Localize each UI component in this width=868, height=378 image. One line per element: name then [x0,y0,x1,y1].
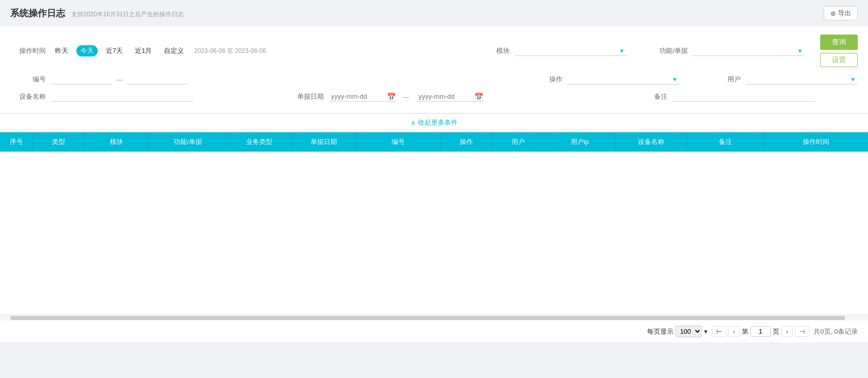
col-user-ip: 用户ip [544,132,615,152]
col-operation: 操作 [440,132,492,152]
function-label: 功能/单据 [647,46,688,55]
col-remark: 备注 [687,132,765,152]
col-biz-type: 业务类型 [227,132,291,152]
page-subtitle: 支持2020年10月31日之后产生的操作日志 [71,10,184,19]
col-number: 编号 [356,132,440,152]
module-select[interactable] [515,46,627,55]
time-opt-7days[interactable]: 近7天 [102,45,127,56]
next-page-button[interactable]: › [781,326,793,337]
number-label: 编号 [10,75,46,84]
operation-select-wrapper[interactable]: ▼ [568,74,680,84]
table-section: 序号 类型 模块 功能/单据 业务类型 单据日期 编号 操作 用户 用户ip 设… [0,132,868,314]
date-end-wrap: 📅 [416,92,483,102]
export-icon: ⊛ [830,10,836,17]
remark-input[interactable] [673,92,815,102]
time-opt-1month[interactable]: 近1月 [131,45,156,56]
page-title: 系统操作日志 [10,7,65,19]
page-header: 系统操作日志 支持2020年10月31日之后产生的操作日志 ⊛ 导出 [0,0,868,26]
function-select[interactable] [693,46,805,55]
date-range: 📅 — 📅 [329,92,606,102]
page-unit: 页 [773,327,779,336]
col-type: 类型 [33,132,85,152]
last-page-button[interactable]: ⊣ [795,326,809,337]
time-opt-today[interactable]: 今天 [76,45,98,56]
settings-button[interactable]: 设置 [820,53,858,67]
page-size-group: 每页显示 10 20 50 100 200 ▾ [647,326,708,337]
device-input[interactable] [51,92,193,102]
collapse-bar[interactable]: ∧ 收起更多条件 [0,113,868,131]
col-user: 用户 [492,132,544,152]
calendar-end-icon[interactable]: 📅 [474,93,483,101]
user-label: 用户 [700,75,741,84]
empty-area [0,152,868,314]
page-nav: ⊢ ‹ 第 页 › ⊣ [712,326,810,337]
time-filter-group: 昨天 今天 近7天 近1月 自定义 2023-06-06 至 2023-06-0… [51,45,454,56]
export-button[interactable]: ⊛ 导出 [824,6,858,20]
voucher-date-label: 单据日期 [293,92,324,101]
calendar-start-icon[interactable]: 📅 [387,93,396,101]
date-start-wrap: 📅 [329,92,396,102]
user-select-wrapper[interactable]: ▼ [746,74,858,84]
operation-label: 操作 [527,75,563,84]
current-page-input[interactable] [750,326,771,337]
time-opt-custom[interactable]: 自定义 [160,45,188,56]
table-header-row: 序号 类型 模块 功能/单据 业务类型 单据日期 编号 操作 用户 用户ip 设… [0,132,868,152]
page-label: 第 [742,327,748,336]
per-page-label: 每页显示 [647,327,674,336]
col-op-time: 操作时间 [764,132,868,152]
date-dash: — [403,93,409,101]
filter-row-2: 编号 — 操作 ▼ 用户 ▼ [10,74,858,84]
filter-row-1: 操作时间 昨天 今天 近7天 近1月 自定义 2023-06-06 至 2023… [10,35,858,67]
col-device: 设备名称 [615,132,687,152]
pagination-bar: 每页显示 10 20 50 100 200 ▾ ⊢ ‹ 第 页 › ⊣ 共0页,… [0,321,868,342]
time-options: 昨天 今天 近7天 近1月 自定义 [51,45,188,56]
collapse-label: 收起更多条件 [418,118,458,127]
first-page-button[interactable]: ⊢ [712,326,726,337]
date-start-input[interactable] [329,92,385,101]
action-buttons: 查询 设置 [820,35,858,67]
scrollbar-thumb[interactable] [10,316,845,320]
time-range-text: 2023-06-06 至 2023-06-06 [194,47,266,55]
time-label: 操作时间 [10,46,46,55]
col-function: 功能/单据 [149,132,227,152]
horizontal-scrollbar[interactable] [0,314,868,321]
export-label: 导出 [838,9,851,18]
per-page-select[interactable]: 10 20 50 100 200 [676,326,702,337]
col-module: 模块 [84,132,149,152]
col-voucher-date: 单据日期 [292,132,356,152]
function-select-wrapper[interactable]: ▼ [693,46,805,56]
page-total: 共0页, 0条记录 [814,327,858,336]
filter-row-3: 设备名称 单据日期 📅 — 📅 备注 [10,92,858,102]
prev-page-button[interactable]: ‹ [729,326,740,337]
remark-label: 备注 [627,92,667,101]
number-dash: — [116,76,123,83]
device-label: 设备名称 [10,92,46,101]
col-index: 序号 [0,132,33,152]
date-end-input[interactable] [416,92,472,101]
operation-select[interactable] [568,74,680,84]
per-page-chevron-icon: ▾ [704,328,708,335]
time-opt-yesterday[interactable]: 昨天 [51,45,72,56]
header-left: 系统操作日志 支持2020年10月31日之后产生的操作日志 [10,7,184,19]
module-select-wrapper[interactable]: ▼ [515,46,627,56]
filter-panel: 操作时间 昨天 今天 近7天 近1月 自定义 2023-06-06 至 2023… [0,26,868,113]
number-input-end[interactable] [127,74,188,84]
number-input-start[interactable] [51,74,112,84]
table-header: 序号 类型 模块 功能/单据 业务类型 单据日期 编号 操作 用户 用户ip 设… [0,132,868,152]
query-button[interactable]: 查询 [820,35,858,50]
user-select[interactable] [746,74,858,84]
module-label: 模块 [474,46,510,55]
data-table: 序号 类型 模块 功能/单据 业务类型 单据日期 编号 操作 用户 用户ip 设… [0,132,868,152]
collapse-chevron-icon: ∧ [411,119,416,127]
